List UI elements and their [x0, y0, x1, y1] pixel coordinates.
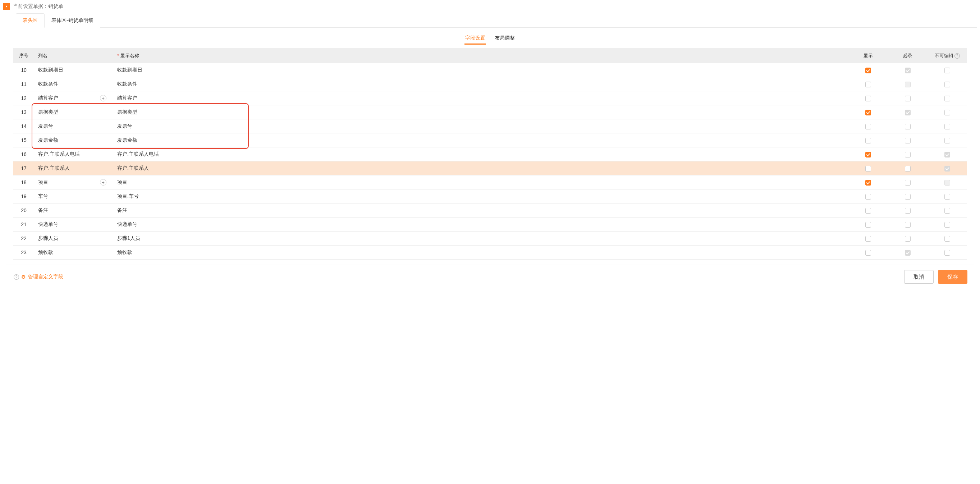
show-checkbox[interactable]	[865, 82, 871, 88]
row-seq: 14	[13, 119, 35, 134]
fields-table: 序号 列名 *显示名称 显示 必录 不可编辑? 10收款到期日收款到期日11收款…	[13, 48, 967, 260]
required-checkbox[interactable]	[905, 166, 911, 172]
readonly-checkbox[interactable]	[944, 82, 950, 88]
show-checkbox[interactable]	[865, 124, 871, 129]
readonly-checkbox[interactable]	[944, 124, 950, 129]
add-sub-field-button[interactable]: +	[100, 179, 107, 186]
required-checkbox[interactable]	[905, 236, 911, 242]
readonly-checkbox	[944, 180, 950, 186]
show-checkbox[interactable]	[865, 166, 871, 172]
row-column-name: 预收款	[38, 249, 53, 256]
show-checkbox[interactable]	[865, 96, 871, 101]
row-display-name[interactable]: 客户.主联系人电话	[114, 147, 848, 161]
readonly-checkbox[interactable]	[944, 138, 950, 143]
tab-body-area[interactable]: 表体区-销货单明细	[45, 13, 100, 28]
tab-layout-adjust[interactable]: 布局调整	[494, 33, 515, 45]
row-display-name[interactable]: 预收款	[114, 245, 848, 260]
table-row[interactable]: 10收款到期日收款到期日	[13, 63, 967, 77]
show-checkbox[interactable]	[865, 250, 871, 256]
footer-bar: ? ⚙ 管理自定义字段 取消 保存	[6, 265, 974, 289]
row-display-name[interactable]: 快递单号	[114, 218, 848, 232]
row-column-name: 客户.主联系人电话	[38, 151, 80, 158]
table-row[interactable]: 21快递单号快递单号	[13, 218, 967, 232]
table-row[interactable]: 19车号项目.车号	[13, 189, 967, 204]
primary-tabs: 表头区 表体区-销货单明细	[16, 13, 977, 28]
row-display-name[interactable]: 票据类型	[114, 105, 848, 119]
show-checkbox[interactable]	[865, 236, 871, 242]
row-seq: 16	[13, 147, 35, 161]
row-seq: 18	[13, 175, 35, 189]
row-seq: 19	[13, 189, 35, 204]
col-seq-header: 序号	[13, 48, 35, 63]
required-checkbox	[905, 82, 911, 88]
readonly-checkbox	[944, 152, 950, 158]
table-row[interactable]: 15发票金额发票金额	[13, 134, 967, 147]
required-checkbox[interactable]	[905, 124, 911, 129]
table-row[interactable]: 11收款条件收款条件	[13, 77, 967, 91]
show-checkbox[interactable]	[865, 152, 871, 158]
readonly-checkbox[interactable]	[944, 96, 950, 101]
show-checkbox[interactable]	[865, 138, 871, 143]
required-checkbox[interactable]	[905, 222, 911, 228]
required-checkbox[interactable]	[905, 138, 911, 143]
row-display-name[interactable]: 收款到期日	[114, 63, 848, 77]
table-row[interactable]: 20备注备注	[13, 204, 967, 218]
row-column-name: 步骤人员	[38, 235, 58, 242]
show-checkbox[interactable]	[865, 68, 871, 73]
row-column-name: 项目	[38, 179, 48, 186]
row-column-name: 车号	[38, 193, 48, 199]
manage-custom-fields-link[interactable]: 管理自定义字段	[28, 274, 63, 280]
readonly-checkbox[interactable]	[944, 194, 950, 199]
show-checkbox[interactable]	[865, 110, 871, 115]
save-button[interactable]: 保存	[938, 270, 967, 284]
gear-icon: ⚙	[21, 274, 26, 280]
required-checkbox[interactable]	[905, 152, 911, 158]
cancel-button[interactable]: 取消	[904, 270, 934, 284]
row-seq: 15	[13, 134, 35, 147]
readonly-checkbox[interactable]	[944, 110, 950, 115]
required-checkbox[interactable]	[905, 180, 911, 186]
required-checkbox[interactable]	[905, 194, 911, 199]
readonly-checkbox[interactable]	[944, 68, 950, 73]
show-checkbox[interactable]	[865, 194, 871, 199]
expand-toggle[interactable]	[3, 3, 10, 10]
help-icon[interactable]: ?	[955, 53, 960, 59]
row-display-name[interactable]: 结算客户	[114, 91, 848, 105]
help-icon[interactable]: ?	[14, 274, 19, 280]
row-seq: 12	[13, 91, 35, 105]
table-row[interactable]: 22步骤人员步骤1人员	[13, 232, 967, 245]
table-row[interactable]: 17客户.主联系人客户.主联系人	[13, 161, 967, 175]
row-column-name: 发票号	[38, 123, 53, 129]
row-display-name[interactable]: 收款条件	[114, 77, 848, 91]
required-checkbox[interactable]	[905, 96, 911, 101]
table-row[interactable]: 16客户.主联系人电话客户.主联系人电话	[13, 147, 967, 161]
row-display-name[interactable]: 备注	[114, 204, 848, 218]
tab-header-area[interactable]: 表头区	[16, 13, 45, 28]
row-display-name[interactable]: 客户.主联系人	[114, 161, 848, 175]
table-row[interactable]: 18项目+项目	[13, 175, 967, 189]
readonly-checkbox[interactable]	[944, 250, 950, 256]
col-required-header: 必录	[888, 48, 928, 63]
row-column-name: 快递单号	[38, 221, 58, 228]
table-row[interactable]: 13票据类型票据类型	[13, 105, 967, 119]
row-display-name[interactable]: 项目.车号	[114, 189, 848, 204]
show-checkbox[interactable]	[865, 180, 871, 186]
row-column-name: 备注	[38, 207, 48, 213]
row-display-name[interactable]: 项目	[114, 175, 848, 189]
row-display-name[interactable]: 发票金额	[114, 134, 848, 147]
add-sub-field-button[interactable]: +	[100, 95, 107, 101]
row-display-name[interactable]: 发票号	[114, 119, 848, 134]
show-checkbox[interactable]	[865, 222, 871, 228]
table-row[interactable]: 23预收款预收款	[13, 245, 967, 260]
readonly-checkbox[interactable]	[944, 208, 950, 213]
readonly-checkbox[interactable]	[944, 222, 950, 228]
table-row[interactable]: 12结算客户+结算客户	[13, 91, 967, 105]
required-checkbox[interactable]	[905, 208, 911, 213]
readonly-checkbox[interactable]	[944, 236, 950, 242]
show-checkbox[interactable]	[865, 208, 871, 213]
table-row[interactable]: 14发票号发票号	[13, 119, 967, 134]
row-display-name[interactable]: 步骤1人员	[114, 232, 848, 245]
row-column-name: 客户.主联系人	[38, 165, 70, 172]
tab-field-settings[interactable]: 字段设置	[465, 33, 486, 45]
row-seq: 10	[13, 63, 35, 77]
